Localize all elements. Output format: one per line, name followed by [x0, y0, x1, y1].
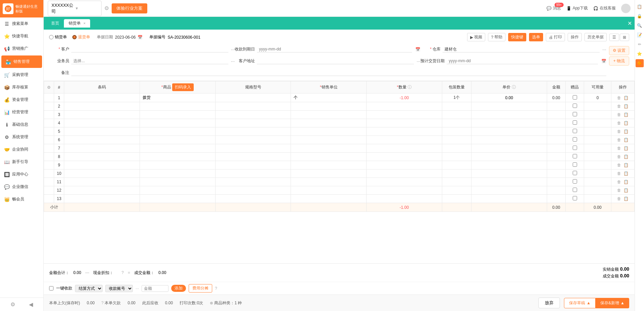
row-unit[interactable]	[291, 119, 367, 127]
due-date-calendar-icon[interactable]: 📅	[415, 47, 420, 52]
radio-sales[interactable]: 销货单	[49, 34, 67, 40]
row-gift[interactable]	[565, 102, 584, 111]
logistics-btn[interactable]: + 物流	[609, 56, 629, 66]
dots-icon[interactable]: ···	[136, 286, 139, 291]
row-qty[interactable]	[367, 186, 442, 195]
warehouse-input[interactable]	[443, 46, 600, 52]
row-price[interactable]	[471, 144, 547, 153]
list-view-btn[interactable]: ☰	[609, 34, 619, 41]
row-qty[interactable]	[367, 144, 442, 153]
row-qty[interactable]	[367, 169, 442, 178]
row-price[interactable]	[471, 127, 547, 136]
print-btn[interactable]: 🖨 打印	[546, 33, 565, 41]
delete-icon[interactable]: 🗑	[617, 146, 621, 151]
right-tool-4[interactable]: 📝	[636, 31, 644, 39]
tab-home[interactable]: 首页	[46, 19, 64, 28]
row-gift[interactable]	[565, 161, 584, 169]
copy-icon[interactable]: 📋	[623, 171, 629, 176]
scan-btn[interactable]: 扫码录入	[172, 83, 194, 91]
row-qty[interactable]	[367, 127, 442, 136]
sidebar-item-finance[interactable]: 💰 资金管理	[0, 93, 43, 106]
delete-icon[interactable]: 🗑	[617, 163, 621, 167]
row-price[interactable]	[471, 119, 547, 127]
copy-icon[interactable]: 📋	[623, 95, 629, 100]
notes-input[interactable]	[71, 70, 606, 76]
sidebar-item-search-order[interactable]: ☰ 搜索菜单	[0, 17, 43, 30]
row-barcode[interactable]	[64, 119, 140, 127]
calendar-icon[interactable]: 📅	[138, 35, 143, 40]
copy-icon[interactable]: 📋	[623, 146, 629, 151]
sidebar-item-system[interactable]: ⚙ 系统管理	[0, 131, 43, 143]
grid-view-btn[interactable]: ⊞	[620, 34, 629, 41]
shortcut-btn[interactable]: 快捷键	[508, 33, 526, 41]
row-barcode[interactable]	[64, 161, 140, 169]
customer-addr-picker-btn[interactable]: ···	[417, 59, 421, 64]
customer-addr-input[interactable]	[257, 58, 414, 64]
row-qty[interactable]	[367, 111, 442, 119]
radio-return[interactable]: 退货单	[72, 34, 90, 40]
sidebar-item-apps[interactable]: 🔲 应用中心	[0, 168, 43, 181]
row-unit[interactable]	[291, 178, 367, 186]
trial-btn[interactable]: 体验行业方案	[112, 3, 147, 13]
add-btn[interactable]: 添加	[171, 285, 186, 292]
abandon-btn[interactable]: 放弃	[538, 298, 560, 308]
tab-sales-order[interactable]: 销货单 ×	[64, 19, 90, 28]
expected-date-calendar-icon[interactable]: 📅	[601, 59, 606, 64]
sidebar-item-sales[interactable]: 🏪 销售管理	[1, 55, 42, 68]
salesperson-input[interactable]	[71, 58, 228, 64]
row-product[interactable]	[140, 102, 216, 111]
row-qty[interactable]	[367, 153, 442, 161]
row-unit[interactable]	[291, 136, 367, 144]
right-tool-3[interactable]: 🔍	[636, 22, 644, 30]
row-barcode[interactable]	[64, 169, 140, 178]
right-tool-5[interactable]: ✏	[636, 40, 644, 48]
copy-icon[interactable]: 📋	[623, 138, 629, 142]
row-price[interactable]	[471, 195, 547, 203]
copy-icon[interactable]: 📋	[623, 121, 629, 125]
row-product[interactable]	[140, 119, 216, 127]
col-settings-icon[interactable]: ⚙	[47, 85, 51, 90]
row-barcode[interactable]	[64, 186, 140, 195]
copy-icon[interactable]: 📋	[623, 104, 629, 109]
row-barcode[interactable]	[64, 195, 140, 203]
row-barcode[interactable]	[64, 93, 140, 102]
delete-icon[interactable]: 🗑	[617, 180, 621, 184]
copy-icon[interactable]: 📋	[623, 154, 629, 159]
row-qty[interactable]	[367, 102, 442, 111]
history-btn[interactable]: 历史单据	[584, 33, 607, 41]
row-barcode[interactable]	[64, 127, 140, 136]
row-unit[interactable]	[291, 102, 367, 111]
amount-input[interactable]	[142, 285, 168, 292]
fenyong-btn[interactable]: 费用分摊	[189, 284, 212, 293]
row-product[interactable]	[140, 195, 216, 203]
row-product[interactable]	[140, 136, 216, 144]
row-unit[interactable]	[291, 144, 367, 153]
row-unit[interactable]	[291, 111, 367, 119]
sidebar-item-guide[interactable]: 📖 新手引导	[0, 156, 43, 168]
row-spec[interactable]	[215, 136, 291, 144]
row-qty[interactable]	[367, 178, 442, 186]
row-unit[interactable]	[291, 186, 367, 195]
copy-icon[interactable]: 📋	[623, 196, 629, 201]
row-spec[interactable]	[215, 169, 291, 178]
sidebar-item-basic[interactable]: ℹ 基础信息	[0, 118, 43, 131]
row-barcode[interactable]	[64, 136, 140, 144]
row-gift[interactable]	[565, 136, 584, 144]
row-price[interactable]	[471, 102, 547, 111]
row-price[interactable]	[471, 111, 547, 119]
customer-picker-btn[interactable]: ···	[231, 47, 235, 52]
row-spec[interactable]	[215, 119, 291, 127]
right-tool-6[interactable]: ⭐	[636, 50, 644, 58]
row-spec[interactable]	[215, 102, 291, 111]
row-spec[interactable]	[215, 178, 291, 186]
copy-icon[interactable]: 📋	[623, 163, 629, 167]
delete-icon[interactable]: 🗑	[617, 196, 621, 201]
row-gift[interactable]	[565, 186, 584, 195]
row-gift[interactable]	[565, 195, 584, 203]
row-product[interactable]	[140, 178, 216, 186]
sidebar-item-collab[interactable]: 🤝 企业协同	[0, 143, 43, 156]
settings-icon[interactable]: ⚙	[104, 5, 109, 11]
row-price[interactable]	[471, 186, 547, 195]
collapse-icon[interactable]: ◀	[29, 301, 33, 308]
settings-icon[interactable]: ⚙	[10, 301, 15, 308]
